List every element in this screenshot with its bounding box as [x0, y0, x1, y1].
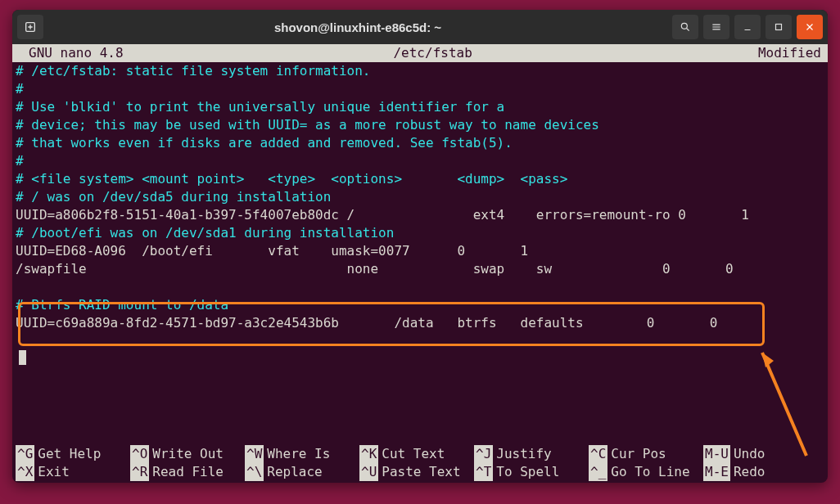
- minimize-button[interactable]: [734, 15, 761, 39]
- modified-indicator: Modified: [758, 44, 828, 62]
- cursor-line: [12, 350, 828, 368]
- file-line: #: [12, 80, 828, 98]
- file-line: /swapfile none swap sw 0 0: [12, 260, 828, 278]
- new-tab-icon: [24, 20, 37, 34]
- search-icon: [680, 21, 691, 33]
- file-line: # Use 'blkid' to print the universally u…: [12, 98, 828, 116]
- file-line: # / was on /dev/sda5 during installation: [12, 188, 828, 206]
- shortcut-redo[interactable]: M-ERedo: [703, 463, 818, 481]
- file-line: # Btrfs RAID mount to /data: [12, 296, 828, 314]
- nano-status-bar: GNU nano 4.8 /etc/fstab Modified: [12, 44, 828, 62]
- svg-rect-9: [776, 25, 782, 30]
- close-icon: [804, 21, 815, 33]
- maximize-icon: [773, 21, 784, 33]
- maximize-button[interactable]: [765, 15, 792, 39]
- shortcut-writeout[interactable]: ^OWrite Out: [130, 445, 245, 463]
- editor-name: GNU nano 4.8: [12, 44, 393, 62]
- close-button[interactable]: [797, 15, 823, 39]
- blank-line: [12, 332, 828, 350]
- shortcut-tospell[interactable]: ^TTo Spell: [474, 463, 589, 481]
- file-line: UUID=c69a889a-8fd2-4571-bd97-a3c2e4543b6…: [12, 314, 828, 332]
- shortcut-paste[interactable]: ^UPaste Text: [359, 463, 474, 481]
- titlebar: shovon@linuxhint-e86c5d: ~: [12, 10, 828, 44]
- shortcut-gotoline[interactable]: ^_Go To Line: [589, 463, 703, 481]
- file-line: # /etc/fstab: static file system informa…: [12, 62, 828, 80]
- file-line: # device; this may be used with UUID= as…: [12, 116, 828, 134]
- search-button[interactable]: [672, 15, 698, 39]
- svg-point-3: [681, 23, 687, 29]
- file-line: UUID=a806b2f8-5151-40a1-b397-5f4007eb80d…: [12, 206, 828, 224]
- filename: /etc/fstab: [393, 44, 757, 62]
- shortcut-help[interactable]: ^GGet Help: [16, 445, 130, 463]
- shortcut-justify[interactable]: ^JJustify: [474, 445, 589, 463]
- text-cursor: [19, 350, 26, 365]
- file-line: #: [12, 152, 828, 170]
- terminal-content[interactable]: GNU nano 4.8 /etc/fstab Modified # /etc/…: [12, 44, 828, 368]
- new-tab-button[interactable]: [17, 15, 43, 39]
- blank-line: [12, 278, 828, 296]
- minimize-icon: [742, 21, 753, 33]
- nano-shortcut-bar: ^GGet Help ^OWrite Out ^WWhere Is ^KCut …: [12, 445, 828, 483]
- shortcut-whereis[interactable]: ^WWhere Is: [245, 445, 359, 463]
- window-title: shovon@linuxhint-e86c5d: ~: [43, 20, 672, 34]
- file-line: # /boot/efi was on /dev/sda1 during inst…: [12, 224, 828, 242]
- shortcut-replace[interactable]: ^\Replace: [245, 463, 359, 481]
- shortcut-exit[interactable]: ^XExit: [16, 463, 130, 481]
- menu-button[interactable]: [703, 15, 729, 39]
- shortcut-curpos[interactable]: ^CCur Pos: [589, 445, 703, 463]
- file-line: UUID=ED68-A096 /boot/efi vfat umask=0077…: [12, 242, 828, 260]
- svg-line-4: [687, 29, 689, 31]
- shortcut-undo[interactable]: M-UUndo: [703, 445, 818, 463]
- shortcut-readfile[interactable]: ^RRead File: [130, 463, 245, 481]
- terminal-window: shovon@linuxhint-e86c5d: ~ GNU nano 4.8 …: [12, 10, 828, 483]
- file-line: # that works even if disks are added and…: [12, 134, 828, 152]
- file-line: # <file system> <mount point> <type> <op…: [12, 170, 828, 188]
- hamburger-icon: [711, 21, 722, 33]
- shortcut-cut[interactable]: ^KCut Text: [359, 445, 474, 463]
